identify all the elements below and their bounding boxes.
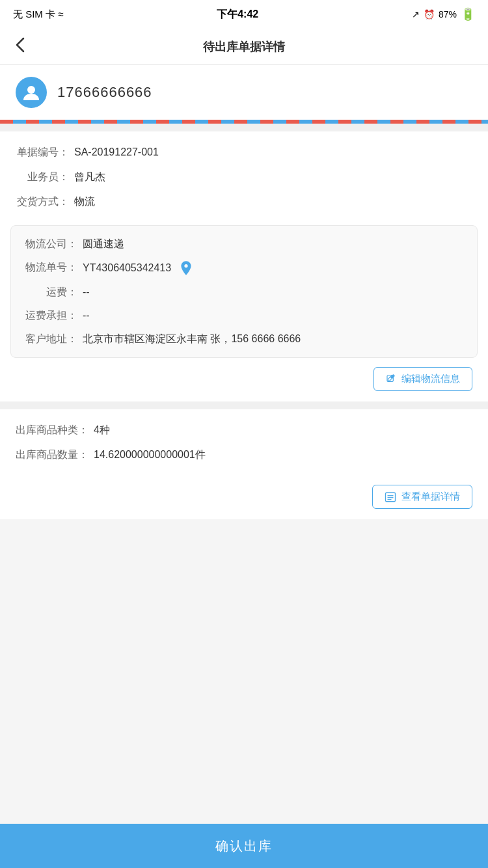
nav-bar: 待出库单据详情 <box>0 29 488 65</box>
section-gap-2 <box>0 401 488 409</box>
view-btn-row: 查看单据详情 <box>0 476 488 519</box>
order-no-row: 单据编号： SA-20191227-001 <box>16 144 472 160</box>
salesman-label: 业务员： <box>16 169 74 185</box>
address-label: 客户地址： <box>24 331 83 347</box>
battery-icon: 🔋 <box>461 7 475 21</box>
freight-row: 运费： -- <box>24 284 464 300</box>
goods-quantity-row: 出库商品数量： 14.620000000000001件 <box>16 447 472 463</box>
customer-header: 17666666666 <box>0 65 488 120</box>
freight-value: -- <box>83 284 464 300</box>
logistics-card: 物流公司： 圆通速递 物流单号： YT43064053424​13 运费： --… <box>10 225 478 358</box>
freight-label: 运费： <box>24 284 83 300</box>
logistics-tracking-row: 物流单号： YT43064053424​13 <box>24 260 464 277</box>
freight-bearer-row: 运费承担： -- <box>24 308 464 323</box>
logistics-company-row: 物流公司： 圆通速递 <box>24 236 464 252</box>
delivery-label: 交货方式： <box>16 194 74 210</box>
edit-logistics-button[interactable]: 编辑物流信息 <box>373 367 472 391</box>
goods-quantity-label: 出库商品数量： <box>16 447 94 463</box>
bottom-spacer <box>0 519 488 649</box>
back-button[interactable] <box>13 32 33 62</box>
customer-phone: 17666666666 <box>57 84 152 101</box>
document-icon <box>385 492 396 502</box>
status-bar: 无 SIM 卡 ≈ 下午4:42 ↗ ⏰ 87% 🔋 <box>0 0 488 29</box>
goods-quantity-value: 14.620000000000001件 <box>94 447 472 463</box>
order-no-value: SA-20191227-001 <box>74 144 472 160</box>
order-info-section: 单据编号： SA-20191227-001 业务员： 曾凡杰 交货方式： 物流 <box>0 131 488 223</box>
edit-btn-label: 编辑物流信息 <box>401 373 460 385</box>
battery-label: 87% <box>439 9 457 20</box>
view-btn-label: 查看单据详情 <box>401 491 460 503</box>
status-time: 下午4:42 <box>217 8 258 21</box>
logistics-wrapper: 物流公司： 圆通速递 物流单号： YT43064053424​13 运费： --… <box>0 223 488 358</box>
map-pin-icon[interactable] <box>178 260 195 277</box>
delivery-value: 物流 <box>74 194 472 210</box>
alarm-icon: ⏰ <box>424 9 435 20</box>
edit-icon <box>386 374 396 385</box>
svg-rect-2 <box>386 493 396 502</box>
salesman-value: 曾凡杰 <box>74 169 472 185</box>
address-value: 北京市市辖区海淀区永丰南 张，156 6666 6666 <box>83 331 464 347</box>
view-detail-button[interactable]: 查看单据详情 <box>372 485 472 509</box>
goods-types-value: 4种 <box>94 422 472 438</box>
page-title: 待出库单据详情 <box>203 39 285 55</box>
delivery-row: 交货方式： 物流 <box>16 194 472 210</box>
salesman-row: 业务员： 曾凡杰 <box>16 169 472 185</box>
address-row: 客户地址： 北京市市辖区海淀区永丰南 张，156 6666 6666 <box>24 331 464 347</box>
status-left: 无 SIM 卡 ≈ <box>13 8 63 21</box>
tracking-number: YT43064053424​13 <box>83 260 171 276</box>
section-gap-1 <box>0 124 488 131</box>
logistics-company-value: 圆通速递 <box>83 236 464 252</box>
svg-point-0 <box>27 86 35 94</box>
goods-types-row: 出库商品种类： 4种 <box>16 422 472 438</box>
goods-section: 出库商品种类： 4种 出库商品数量： 14.620000000000001件 <box>0 409 488 476</box>
status-right: ↗ ⏰ 87% 🔋 <box>412 7 475 21</box>
confirm-btn-label: 确认出库 <box>215 837 273 855</box>
logistics-tracking-value: YT43064053424​13 <box>83 260 464 277</box>
sim-label: 无 SIM 卡 ≈ <box>13 8 63 21</box>
freight-bearer-label: 运费承担： <box>24 308 83 323</box>
order-no-label: 单据编号： <box>16 144 74 160</box>
freight-bearer-value: -- <box>83 308 464 323</box>
confirm-btn-bar[interactable]: 确认出库 <box>0 824 488 868</box>
location-icon: ↗ <box>412 9 420 20</box>
goods-types-label: 出库商品种类： <box>16 422 94 438</box>
avatar <box>16 77 47 108</box>
logistics-tracking-label: 物流单号： <box>24 260 83 275</box>
edit-btn-row: 编辑物流信息 <box>0 358 488 401</box>
logistics-company-label: 物流公司： <box>24 236 83 252</box>
